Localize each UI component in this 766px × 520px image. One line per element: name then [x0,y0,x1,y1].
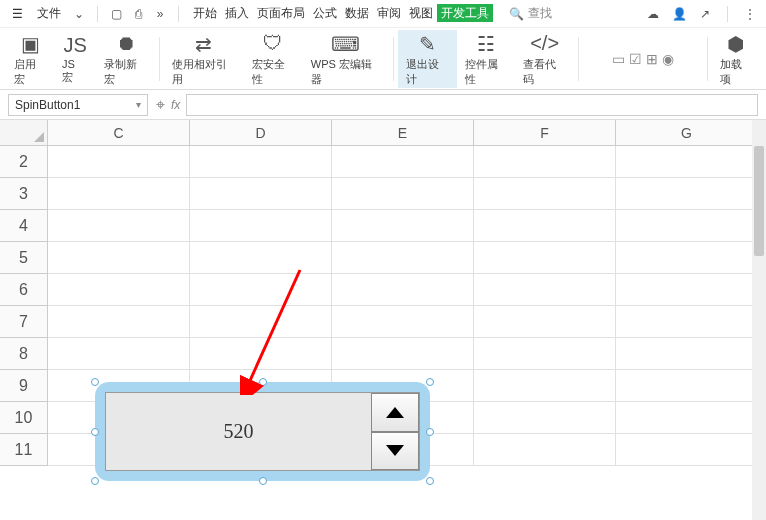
resize-handle[interactable] [426,378,434,386]
ribbon-view-code[interactable]: </>查看代码 [515,30,574,88]
cell[interactable] [616,178,758,210]
cell[interactable] [474,306,616,338]
print-icon[interactable]: ⎙ [130,6,146,22]
fx-label[interactable]: fx [171,98,180,112]
ribbon-exit-design[interactable]: ✎退出设计 [398,30,457,88]
col-header[interactable]: G [616,120,758,146]
cloud-icon[interactable]: ☁ [645,6,661,22]
vertical-scrollbar[interactable] [752,120,766,520]
row-header[interactable]: 11 [0,434,48,466]
scroll-thumb[interactable] [754,146,764,256]
cell[interactable] [48,242,190,274]
cell[interactable] [190,146,332,178]
cell[interactable] [616,338,758,370]
cell[interactable] [48,146,190,178]
overflow-icon[interactable]: » [152,6,168,22]
ribbon-relative-ref[interactable]: ⇄使用相对引用 [164,30,244,88]
row-header[interactable]: 6 [0,274,48,306]
resize-handle[interactable] [91,477,99,485]
cell[interactable] [48,274,190,306]
cell[interactable] [332,338,474,370]
cell[interactable] [474,274,616,306]
resize-handle[interactable] [426,428,434,436]
menu-tab[interactable]: 页面布局 [253,4,309,22]
cell[interactable] [190,210,332,242]
row-header[interactable]: 9 [0,370,48,402]
menu-tab[interactable]: 数据 [341,4,373,22]
ribbon-wps-editor[interactable]: ⌨WPS 宏编辑器 [303,30,389,88]
cell[interactable] [616,434,758,466]
ribbon-control-props[interactable]: ☷控件属性 [457,30,516,88]
name-box[interactable]: SpinButton1 ▾ [8,94,148,116]
cell[interactable] [616,146,758,178]
cell[interactable] [474,338,616,370]
cell[interactable] [474,146,616,178]
row-header[interactable]: 8 [0,338,48,370]
save-icon[interactable]: ▢ [108,6,124,22]
menu-tab[interactable]: 视图 [405,4,437,22]
spinbutton-control[interactable]: 520 [95,382,430,481]
resize-handle[interactable] [426,477,434,485]
cell[interactable] [190,338,332,370]
cell[interactable] [48,210,190,242]
user-icon[interactable]: 👤 [671,6,687,22]
menu-tab[interactable]: 开始 [189,4,221,22]
ribbon-macro-security[interactable]: 🛡宏安全性 [244,30,303,88]
share-icon[interactable]: ↗ [697,6,713,22]
cell[interactable] [474,434,616,466]
cell[interactable] [616,242,758,274]
column-headers[interactable]: CDEFG [48,120,752,146]
menu-tab[interactable]: 审阅 [373,4,405,22]
cell[interactable] [190,242,332,274]
cell[interactable] [616,402,758,434]
spreadsheet-grid[interactable]: CDEFG 234567891011 520 [0,120,766,520]
spin-up-button[interactable] [371,393,419,432]
cell[interactable] [474,242,616,274]
cell[interactable] [190,274,332,306]
col-header[interactable]: E [332,120,474,146]
resize-handle[interactable] [259,477,267,485]
col-header[interactable]: C [48,120,190,146]
row-header[interactable]: 4 [0,210,48,242]
col-header[interactable]: F [474,120,616,146]
select-all-corner[interactable] [0,120,48,146]
row-header[interactable]: 10 [0,402,48,434]
ribbon-js-macro[interactable]: JSJS 宏 [54,30,96,88]
cell[interactable] [332,242,474,274]
menu-tab[interactable]: 插入 [221,4,253,22]
resize-handle[interactable] [91,428,99,436]
hamburger-icon[interactable]: ☰ [8,5,27,23]
cell[interactable] [616,274,758,306]
search-box[interactable]: 🔍 查找 [509,5,552,22]
row-header[interactable]: 2 [0,146,48,178]
file-menu[interactable]: 文件 [33,3,65,24]
formula-input[interactable] [186,94,758,116]
cell[interactable] [48,178,190,210]
cell[interactable] [616,210,758,242]
cell[interactable] [616,306,758,338]
cell[interactable] [474,370,616,402]
dropdown-icon[interactable]: ⌄ [71,6,87,22]
cell[interactable] [48,338,190,370]
cell[interactable] [332,306,474,338]
cell[interactable] [332,178,474,210]
menu-tab[interactable]: 开发工具 [437,4,493,22]
col-header[interactable]: D [190,120,332,146]
cell[interactable] [332,210,474,242]
cell[interactable] [616,370,758,402]
chevron-down-icon[interactable]: ▾ [136,99,141,110]
cell[interactable] [332,146,474,178]
cell[interactable] [474,210,616,242]
cell[interactable] [474,178,616,210]
more-icon[interactable]: ⋮ [742,6,758,22]
menu-tab[interactable]: 公式 [309,4,341,22]
cell[interactable] [332,274,474,306]
cell[interactable] [190,178,332,210]
row-header[interactable]: 7 [0,306,48,338]
row-headers[interactable]: 234567891011 [0,146,48,466]
row-header[interactable]: 3 [0,178,48,210]
resize-handle[interactable] [91,378,99,386]
target-icon[interactable]: ⌖ [156,96,165,114]
ribbon-enable-macro[interactable]: ▣启用宏 [6,30,54,88]
ribbon-addins[interactable]: ⬢加载项 [712,30,760,88]
